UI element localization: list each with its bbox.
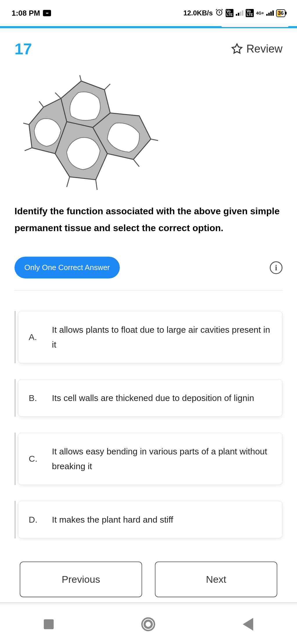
next-button[interactable]: Next	[155, 562, 277, 597]
option-indicator	[15, 379, 16, 417]
content-area: Identify the function associated with th…	[0, 66, 297, 597]
answer-type-pill: Only One Correct Answer	[15, 257, 120, 278]
option-c[interactable]: C. It allows easy bending in various par…	[15, 433, 282, 485]
question-image	[15, 66, 282, 203]
option-letter: B.	[29, 393, 40, 403]
options-list: A. It allows plants to float due to larg…	[15, 311, 282, 538]
option-text: It makes the plant hard and stiff	[52, 512, 173, 527]
info-icon[interactable]: i	[270, 261, 282, 274]
star-icon	[231, 43, 243, 55]
option-card: C. It allows easy bending in various par…	[18, 433, 282, 485]
option-a[interactable]: A. It allows plants to float due to larg…	[15, 311, 282, 363]
signal-icon-2	[266, 10, 274, 16]
volte-icon-1: VoLTE	[226, 9, 234, 17]
recent-apps-icon[interactable]	[44, 619, 54, 629]
nav-buttons: Previous Next	[15, 538, 282, 597]
option-indicator	[15, 433, 16, 485]
status-left: 1:08 PM •••	[12, 9, 51, 18]
data-rate: 12.0KB/s	[183, 9, 213, 17]
option-card: D. It makes the plant hard and stiff	[18, 501, 282, 538]
battery-icon: 36	[276, 9, 285, 17]
svg-marker-1	[232, 44, 242, 53]
option-letter: D.	[29, 515, 40, 525]
option-letter: A.	[29, 332, 40, 342]
tissue-diagram-icon	[23, 75, 162, 191]
volte-icon-2: VoLTE	[246, 9, 254, 17]
back-icon[interactable]	[243, 618, 253, 631]
option-indicator	[15, 311, 16, 363]
network-label: 4G+	[256, 11, 264, 15]
sms-icon: •••	[43, 10, 51, 16]
question-number: 17	[15, 40, 32, 58]
divider	[15, 290, 282, 291]
status-bar: 1:08 PM ••• 12.0KB/s VoLTE VoLTE 4G+ 36	[0, 0, 297, 26]
question-header: 17 Review	[0, 28, 297, 66]
status-time: 1:08 PM	[12, 9, 40, 18]
question-text: Identify the function associated with th…	[15, 203, 282, 236]
previous-button[interactable]: Previous	[20, 562, 142, 597]
system-nav-bar	[0, 604, 297, 644]
signal-icon-1	[236, 10, 243, 16]
home-icon[interactable]	[141, 617, 155, 631]
option-card: A. It allows plants to float due to larg…	[18, 311, 282, 363]
option-text: It allows easy bending in various parts …	[52, 444, 272, 474]
instruction-row: Only One Correct Answer i	[15, 257, 282, 278]
option-text: It allows plants to float due to large a…	[52, 322, 272, 352]
review-button[interactable]: Review	[231, 43, 282, 55]
status-right: 12.0KB/s VoLTE VoLTE 4G+ 36	[183, 8, 285, 18]
option-indicator	[15, 501, 16, 538]
option-card: B. Its cell walls are thickened due to d…	[18, 379, 282, 417]
option-letter: C.	[29, 454, 40, 464]
progress-bar	[0, 26, 297, 28]
alarm-icon	[215, 8, 223, 18]
option-d[interactable]: D. It makes the plant hard and stiff	[15, 501, 282, 538]
option-text: Its cell walls are thickened due to depo…	[52, 391, 254, 405]
review-label: Review	[246, 43, 282, 55]
option-b[interactable]: B. Its cell walls are thickened due to d…	[15, 379, 282, 417]
